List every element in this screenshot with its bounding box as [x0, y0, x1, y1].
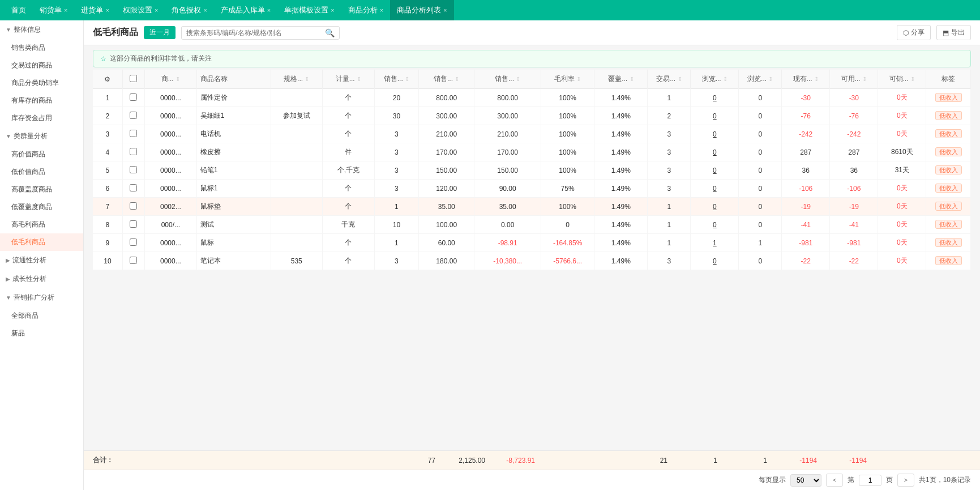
page-size-select[interactable]: 50 20 100 [790, 474, 821, 487]
row-view1[interactable]: 0 [691, 198, 739, 216]
row-check[interactable] [130, 130, 137, 137]
close-icon[interactable]: × [203, 7, 207, 14]
close-icon[interactable]: × [380, 7, 383, 14]
nav-template-settings[interactable]: 单据模板设置 × [277, 0, 341, 20]
row-checkbox[interactable] [122, 161, 144, 180]
sidebar-item-traded-products[interactable]: 交易过的商品 [0, 57, 83, 74]
row-view1[interactable]: 0 [691, 161, 739, 180]
sidebar-group-cluster-analysis[interactable]: ▼ 类群量分析 [0, 127, 83, 146]
close-icon[interactable]: × [331, 7, 334, 14]
sidebar-group-flow-analysis[interactable]: ▶ 流通性分析 [0, 251, 83, 270]
sidebar-item-category-sales-rate[interactable]: 商品分类助销率 [0, 74, 83, 92]
row-view1[interactable]: 0 [691, 143, 739, 161]
tag-col-header[interactable]: 标签 [926, 70, 971, 89]
row-checkbox[interactable] [122, 125, 144, 143]
sidebar-item-sales-products[interactable]: 销售类商品 [0, 39, 83, 57]
row-checkbox[interactable] [122, 216, 144, 234]
sidebar-item-high-coverage[interactable]: 高覆盖度商品 [0, 181, 83, 198]
sidebar-item-new-products[interactable]: 新品 [0, 325, 83, 342]
row-check[interactable] [130, 112, 137, 119]
gross-rate-col-header[interactable]: 毛利率 ⇕ [541, 70, 594, 89]
chevron-down-icon: ▼ [6, 295, 11, 301]
row-view1[interactable]: 0 [691, 125, 739, 143]
page-number-input[interactable] [859, 475, 881, 486]
row-view1[interactable]: 0 [691, 89, 739, 107]
row-checkbox[interactable] [122, 198, 144, 216]
trade-col-header[interactable]: 交易... ⇕ [648, 70, 691, 89]
prev-page-button[interactable]: ＜ [826, 474, 843, 487]
sidebar-item-high-gross[interactable]: 高毛利商品 [0, 216, 83, 233]
row-view1[interactable]: 0 [691, 252, 739, 270]
row-checkbox[interactable] [122, 252, 144, 270]
row-check[interactable] [130, 220, 137, 228]
search-input[interactable] [186, 29, 325, 37]
sidebar-item-low-gross[interactable]: 低毛利商品 [0, 233, 83, 251]
sidebar-item-low-coverage[interactable]: 低覆盖度商品 [0, 198, 83, 216]
share-button[interactable]: ⬡ 分享 [897, 25, 931, 40]
row-check[interactable] [130, 238, 137, 246]
code-col-header[interactable]: 商... ⇕ [145, 70, 197, 89]
sales-qty-col-header[interactable]: 销售... ⇕ [374, 70, 419, 89]
sidebar-group-growth-analysis[interactable]: ▶ 成长性分析 [0, 270, 83, 288]
nav-product-warehouse[interactable]: 产成品入库单 × [214, 0, 277, 20]
row-sales-qty: 3 [374, 161, 419, 180]
unit-col-header[interactable]: 计量... ⇕ [323, 70, 375, 89]
row-check[interactable] [130, 166, 137, 173]
sidebar-group-overall[interactable]: ▼ 整体信息 [0, 20, 83, 39]
view2-col-header[interactable]: 浏览... ⇕ [739, 70, 782, 89]
row-check[interactable] [130, 93, 137, 101]
close-icon[interactable]: × [105, 7, 109, 14]
search-box[interactable]: 🔍 [181, 26, 340, 40]
close-icon[interactable]: × [155, 7, 158, 14]
nav-product-analysis[interactable]: 商品分析 × [341, 0, 390, 20]
select-all-checkbox[interactable] [130, 75, 137, 82]
nav-purchase-order[interactable]: 进货单 × [74, 0, 115, 20]
sidebar-item-low-value[interactable]: 低价值商品 [0, 163, 83, 181]
row-view1[interactable]: 0 [691, 216, 739, 234]
row-checkbox[interactable] [122, 107, 144, 125]
page-end-label: 页 [886, 475, 893, 485]
row-trade: 2 [648, 107, 691, 125]
row-view1[interactable]: 1 [691, 234, 739, 252]
close-icon[interactable]: × [64, 7, 67, 14]
sidebar-group-marketing-analysis[interactable]: ▼ 营销推广分析 [0, 288, 83, 307]
sales-amount-col-header[interactable]: 销售... ⇕ [474, 70, 541, 89]
nav-permission[interactable]: 权限设置 × [116, 0, 165, 20]
sidebar-item-inventory-capital[interactable]: 库存资金占用 [0, 109, 83, 127]
export-button[interactable]: ⬒ 导出 [936, 25, 971, 40]
available-col-header[interactable]: 可用... ⇕ [830, 70, 878, 89]
current-col-header[interactable]: 现有... ⇕ [782, 70, 830, 89]
row-sales-price: 300.00 [419, 107, 474, 125]
sales-price-col-header[interactable]: 销售... ⇕ [419, 70, 474, 89]
spec-col-header[interactable]: 规格... ⇕ [271, 70, 323, 89]
row-check[interactable] [130, 202, 137, 210]
settings-col-header[interactable]: ⚙ [93, 70, 122, 89]
nav-role-auth[interactable]: 角色授权 × [165, 0, 213, 20]
sidebar-item-all-products[interactable]: 全部商品 [0, 307, 83, 325]
row-checkbox[interactable] [122, 89, 144, 107]
row-check[interactable] [130, 184, 137, 191]
nav-home[interactable]: 首页 [5, 0, 33, 20]
nav-sales-order[interactable]: 销货单 × [33, 0, 74, 20]
sellable-col-header[interactable]: 可销... ⇕ [878, 70, 926, 89]
row-check[interactable] [130, 148, 137, 155]
row-view1[interactable]: 0 [691, 107, 739, 125]
filter-recent-month-button[interactable]: 近一月 [144, 26, 176, 39]
view1-col-header[interactable]: 浏览... ⇕ [691, 70, 739, 89]
row-checkbox[interactable] [122, 143, 144, 161]
row-checkbox[interactable] [122, 234, 144, 252]
close-icon[interactable]: × [267, 7, 271, 14]
sidebar-item-inventory-products[interactable]: 有库存的商品 [0, 92, 83, 109]
row-check[interactable] [130, 257, 137, 264]
row-available: -30 [830, 89, 878, 107]
name-col-header[interactable]: 商品名称 [196, 70, 271, 89]
close-icon[interactable]: × [443, 7, 447, 14]
sidebar-item-high-value[interactable]: 高价值商品 [0, 146, 83, 163]
notice-text: 这部分商品的利润非常低，请关注 [110, 54, 212, 63]
row-checkbox[interactable] [122, 180, 144, 198]
row-view1[interactable]: 0 [691, 180, 739, 198]
coverage-col-header[interactable]: 覆盖... ⇕ [594, 70, 648, 89]
check-col-header[interactable] [122, 70, 144, 89]
nav-product-analysis-list[interactable]: 商品分析列表 × [390, 0, 453, 20]
next-page-button[interactable]: ＞ [897, 474, 914, 487]
